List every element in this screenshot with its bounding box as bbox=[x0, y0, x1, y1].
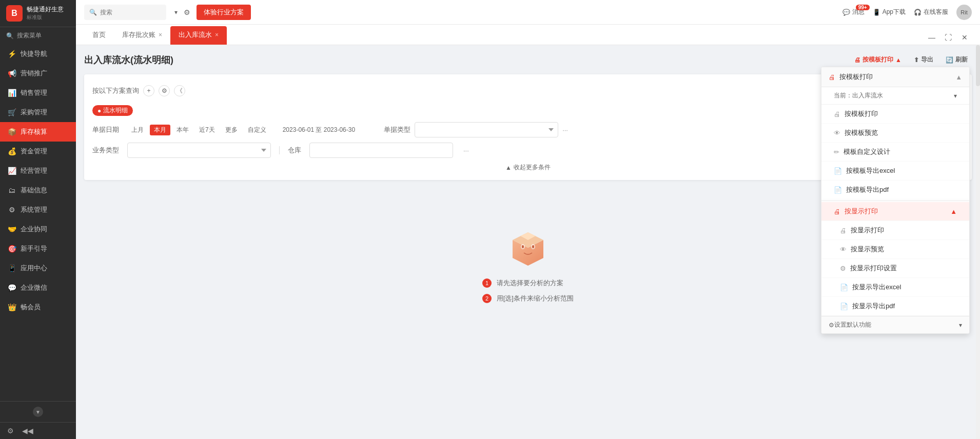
empty-tip-2: 2 用[选]条件来缩小分析范围 bbox=[482, 292, 574, 305]
sidebar-item-marketing[interactable]: 📢 营销推广 bbox=[0, 64, 76, 83]
empty-tip-2-text: 用[选]条件来缩小分析范围 bbox=[497, 294, 574, 302]
tab-flow[interactable]: 出入库流水 × bbox=[170, 26, 227, 45]
chevron-up-icon: ▲ bbox=[895, 56, 901, 64]
inventory-icon: 📦 bbox=[7, 127, 16, 136]
app-download-badge[interactable]: 📱 App下载 bbox=[873, 8, 906, 16]
doc-type-label: 单据类型 bbox=[384, 125, 410, 134]
tab-home[interactable]: 首页 bbox=[84, 26, 114, 45]
date-more-btn[interactable]: 更多 bbox=[221, 125, 242, 135]
sidebar-item-basic[interactable]: 🗂 基础信息 bbox=[0, 181, 76, 200]
customer-service-badge[interactable]: 🎧 在线客服 bbox=[914, 8, 948, 16]
industry-btn[interactable]: 体验行业方案 bbox=[197, 5, 251, 20]
sidebar-item-apps[interactable]: 📱 应用中心 bbox=[0, 258, 76, 278]
tab-flow-close[interactable]: × bbox=[215, 31, 219, 38]
top-search-input[interactable] bbox=[100, 9, 161, 16]
doc-type-select[interactable] bbox=[415, 122, 558, 137]
collapse-sidebar-icon[interactable]: ◀◀ bbox=[22, 427, 33, 435]
sidebar-item-inventory[interactable]: 📦 库存核算 bbox=[0, 122, 76, 142]
filter-settings-btn[interactable]: ⚙ bbox=[159, 85, 170, 96]
operation-icon: 📈 bbox=[7, 166, 16, 175]
sidebar-item-operation[interactable]: 📈 经营管理 bbox=[0, 161, 76, 181]
app-download-label: App下载 bbox=[883, 8, 906, 16]
dropdown-item-template-design[interactable]: ✏ 模板自定义设计 bbox=[821, 143, 969, 162]
sidebar-item-label: 企业协同 bbox=[21, 225, 47, 234]
date-last-month-btn[interactable]: 上月 bbox=[127, 125, 148, 135]
sidebar-item-member[interactable]: 👑 畅会员 bbox=[0, 297, 76, 317]
tab-batch[interactable]: 库存批次账 × bbox=[114, 26, 170, 45]
gear-icon[interactable]: ⚙ bbox=[184, 8, 190, 16]
dropdown-item-template-export-pdf[interactable]: 📄 按模板导出pdf bbox=[821, 181, 969, 199]
dropdown-item-template-export-excel[interactable]: 📄 按模板导出excel bbox=[821, 162, 969, 181]
chevron-down-icon: ▾ bbox=[954, 92, 957, 99]
dropdown-title: 按模板打印 bbox=[839, 72, 873, 82]
tab-maximize-btn[interactable]: ⛶ bbox=[941, 30, 955, 45]
dropdown-item-label: 按模板打印 bbox=[845, 109, 878, 118]
sidebar-scroll-down-btn[interactable]: ▼ bbox=[33, 407, 43, 417]
refresh-btn[interactable]: 🔄 刷新 bbox=[942, 53, 972, 66]
collapse-more-btn[interactable]: ▲ 收起更多条件 bbox=[505, 163, 551, 172]
dropdown-item-label: 按显示预览 bbox=[851, 245, 884, 254]
dropdown-item-template-print[interactable]: 🖨 按模板打印 bbox=[821, 105, 969, 124]
tip-number-2: 2 bbox=[482, 294, 492, 303]
dropdown-set-default-btn[interactable]: ⚙ 设置默认功能 ▾ bbox=[821, 316, 969, 333]
filter-collapse-btn[interactable]: 《 bbox=[174, 85, 185, 96]
flow-icon: ● bbox=[97, 107, 101, 114]
tab-batch-close[interactable]: × bbox=[159, 31, 162, 38]
dropdown-item-display-export-pdf[interactable]: 📄 按显示导出pdf bbox=[821, 297, 969, 316]
print-template-btn[interactable]: 🖨 按模板打印 ▲ bbox=[850, 53, 906, 66]
dropdown-item-display-print[interactable]: 🖨 按显示打印 bbox=[821, 221, 969, 240]
sidebar-item-wechat[interactable]: 💬 企业微信 bbox=[0, 278, 76, 297]
download-icon: 📱 bbox=[873, 9, 880, 16]
filter-add-btn[interactable]: + bbox=[143, 85, 154, 96]
sidebar-item-quick-nav[interactable]: ⚡ 快捷导航 bbox=[0, 44, 76, 64]
scrollbar-thumb[interactable] bbox=[976, 45, 980, 86]
date-custom-btn[interactable]: 自定义 bbox=[244, 125, 270, 135]
dropdown-item-display-print-settings[interactable]: ⚙ 按显示打印设置 bbox=[821, 259, 969, 278]
design-icon: ✏ bbox=[834, 148, 839, 156]
date-this-year-btn[interactable]: 本年 bbox=[172, 125, 193, 135]
dropdown-section-display-print[interactable]: 🖨 按显示打印 ▲ bbox=[821, 202, 969, 221]
business-type-select[interactable] bbox=[127, 143, 271, 158]
sidebar-item-label: 新手引导 bbox=[21, 244, 47, 253]
sidebar-item-collab[interactable]: 🤝 企业协同 bbox=[0, 220, 76, 239]
message-icon: 💬 bbox=[842, 9, 850, 16]
message-badge[interactable]: 💬 消息 99+ bbox=[842, 8, 865, 16]
settings-icon[interactable]: ⚙ bbox=[7, 427, 14, 435]
sidebar-item-purchase[interactable]: 🛒 采购管理 bbox=[0, 103, 76, 122]
date-this-month-btn[interactable]: 本月 bbox=[150, 125, 170, 135]
date-shortcuts: 上月 本月 本年 近7天 更多 自定义 bbox=[127, 125, 270, 135]
top-search-box[interactable]: 🔍 bbox=[84, 5, 166, 20]
dropdown-collapse-btn[interactable]: ▲ bbox=[955, 73, 962, 81]
export-btn[interactable]: ⬆ 导出 bbox=[910, 53, 937, 66]
top-dropdown[interactable]: ▾ bbox=[172, 9, 178, 16]
sidebar-item-sales[interactable]: 📊 销售管理 bbox=[0, 83, 76, 103]
user-avatar[interactable]: Rit bbox=[956, 5, 972, 20]
dropdown-divider bbox=[821, 201, 969, 201]
sidebar-item-label: 采购管理 bbox=[21, 108, 47, 117]
tab-minimize-btn[interactable]: — bbox=[925, 30, 939, 45]
dropdown-item-template-preview[interactable]: 👁 按模板预览 bbox=[821, 124, 969, 143]
doc-type-more-icon[interactable]: ··· bbox=[562, 126, 568, 134]
empty-tip-1: 1 请先选择要分析的方案 bbox=[482, 276, 563, 290]
finance-icon: 💰 bbox=[7, 147, 16, 156]
sidebar-item-label: 基础信息 bbox=[21, 186, 47, 195]
dropdown-header-icon: 🖨 bbox=[829, 73, 835, 81]
sidebar-item-label: 库存核算 bbox=[21, 127, 47, 136]
sidebar-item-system[interactable]: ⚙ 系统管理 bbox=[0, 200, 76, 220]
sidebar-item-guide[interactable]: 🎯 新手引导 bbox=[0, 239, 76, 258]
sidebar-item-finance[interactable]: 💰 资金管理 bbox=[0, 142, 76, 161]
warehouse-more-icon[interactable]: ··· bbox=[463, 147, 469, 154]
tab-close-btn[interactable]: ✕ bbox=[957, 30, 972, 45]
dropdown-item-label: 模板自定义设计 bbox=[844, 147, 890, 156]
top-bar: 🔍 ▾ ⚙ 体验行业方案 💬 消息 99+ 📱 App下载 🎧 在线客服 bbox=[76, 0, 980, 25]
dropdown-item-display-preview[interactable]: 👁 按显示预览 bbox=[821, 240, 969, 259]
warehouse-input[interactable] bbox=[309, 143, 453, 158]
dropdown-item-display-export-excel[interactable]: 📄 按显示导出excel bbox=[821, 278, 969, 297]
user-name: Rit bbox=[961, 9, 967, 15]
scrollbar-track[interactable] bbox=[976, 45, 980, 439]
page-title: 出入库流水(流水明细) bbox=[84, 54, 173, 66]
sidebar-item-label: 销售管理 bbox=[21, 88, 47, 97]
search-menu-item[interactable]: 🔍 搜索菜单 bbox=[0, 27, 76, 44]
date-last-7-btn[interactable]: 近7天 bbox=[195, 125, 219, 135]
sidebar-item-label: 畅会员 bbox=[21, 303, 41, 312]
